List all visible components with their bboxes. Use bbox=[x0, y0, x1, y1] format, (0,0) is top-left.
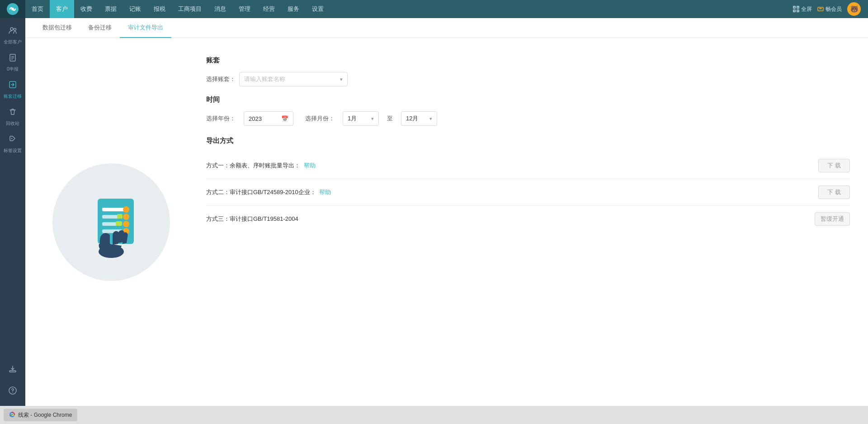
export-method-3-text: 方式三：审计接口GB/T19581-2004 bbox=[206, 215, 809, 223]
range-separator: 至 bbox=[387, 114, 393, 123]
nav-settings[interactable]: 设置 bbox=[306, 0, 330, 18]
sidebar: 全部客户 0申报 账套迁移 回收站 标签设置 bbox=[0, 18, 25, 406]
month-end-value: 12月 bbox=[406, 114, 418, 123]
logo[interactable] bbox=[0, 0, 25, 18]
export-section-title: 导出方式 bbox=[206, 137, 850, 145]
export-method-2-help[interactable]: 帮助 bbox=[319, 189, 331, 195]
nav-service[interactable]: 服务 bbox=[281, 0, 306, 18]
svg-point-1 bbox=[11, 8, 14, 10]
svg-rect-4 bbox=[793, 10, 795, 12]
fullscreen-button[interactable]: 全屏 bbox=[793, 5, 812, 13]
form-area: 账套 选择账套： 请输入账套名称 ▾ 时间 选择年份： 2023 bbox=[206, 52, 850, 392]
month-start-select[interactable]: 1月 ▾ bbox=[343, 111, 379, 126]
sidebar-item-zero-declare[interactable]: 0申报 bbox=[0, 49, 25, 76]
tab-data-migration[interactable]: 数据包迁移 bbox=[34, 18, 80, 38]
sidebar-help-btn[interactable] bbox=[0, 381, 25, 400]
nav-business[interactable]: 工商项目 bbox=[172, 0, 208, 18]
chrome-icon bbox=[9, 411, 15, 419]
export-method-1-help[interactable]: 帮助 bbox=[304, 162, 316, 169]
export-method-3: 方式三：审计接口GB/T19581-2004 暂缓开通 bbox=[206, 206, 850, 232]
time-section: 时间 选择年份： 2023 📅 选择月份： 1月 ▾ 至 bbox=[206, 95, 850, 126]
account-select[interactable]: 请输入账套名称 ▾ bbox=[239, 72, 348, 86]
export-method-1-text: 方式一：余额表、序时账批量导出： 帮助 bbox=[206, 162, 813, 170]
fullscreen-label: 全屏 bbox=[801, 5, 812, 13]
page-content: 账套 选择账套： 请输入账套名称 ▾ 时间 选择年份： 2023 bbox=[25, 38, 868, 406]
illustration-circle bbox=[52, 163, 170, 281]
nav-message[interactable]: 消息 bbox=[208, 0, 232, 18]
nav-home[interactable]: 首页 bbox=[25, 0, 50, 18]
vip-label: 畅会员 bbox=[826, 5, 842, 13]
vip-button[interactable]: 畅会员 bbox=[817, 5, 842, 13]
nav-customer[interactable]: 客户 bbox=[50, 0, 74, 18]
tag-settings-icon bbox=[8, 134, 17, 146]
export-method-2-text: 方式二：审计接口GB/T24589-2010企业： 帮助 bbox=[206, 188, 813, 196]
export-method-2: 方式二：审计接口GB/T24589-2010企业： 帮助 下 载 bbox=[206, 179, 850, 206]
svg-point-25 bbox=[123, 214, 129, 220]
account-placeholder: 请输入账套名称 bbox=[244, 75, 285, 83]
nav-manage[interactable]: 管理 bbox=[232, 0, 257, 18]
zero-declare-icon bbox=[8, 53, 17, 64]
month-end-select[interactable]: 12月 ▾ bbox=[401, 111, 437, 126]
avatar[interactable]: 🐻 bbox=[847, 2, 861, 16]
taskbar: 线索 - Google Chrome bbox=[0, 406, 868, 424]
top-nav-right: 全屏 畅会员 🐻 bbox=[793, 2, 868, 16]
svg-rect-5 bbox=[797, 10, 799, 12]
recycle-icon bbox=[8, 107, 17, 119]
sidebar-item-account-migration[interactable]: 账套迁移 bbox=[0, 76, 25, 103]
svg-rect-28 bbox=[117, 214, 123, 219]
chevron-down-icon: ▾ bbox=[340, 76, 343, 82]
sidebar-bottom bbox=[0, 359, 25, 406]
taskbar-item-label: 线索 - Google Chrome bbox=[18, 411, 72, 419]
chevron-down-icon: ▾ bbox=[371, 116, 374, 122]
svg-rect-29 bbox=[116, 221, 122, 226]
svg-point-24 bbox=[123, 206, 129, 213]
export-method-1: 方式一：余额表、序时账批量导出： 帮助 下 载 bbox=[206, 152, 850, 179]
sidebar-item-tag-settings[interactable]: 标签设置 bbox=[0, 130, 25, 157]
nav-accounting[interactable]: 记账 bbox=[123, 0, 147, 18]
tab-bar: 数据包迁移 备份迁移 审计文件导出 bbox=[25, 18, 868, 38]
account-row: 选择账套： 请输入账套名称 ▾ bbox=[206, 72, 850, 86]
chevron-down-icon: ▾ bbox=[429, 116, 432, 122]
tab-backup-migration[interactable]: 备份迁移 bbox=[80, 18, 120, 38]
illustration-area bbox=[43, 52, 179, 392]
svg-point-7 bbox=[10, 28, 13, 30]
taskbar-chrome-item[interactable]: 线索 - Google Chrome bbox=[4, 409, 77, 421]
sidebar-item-label: 全部客户 bbox=[4, 39, 22, 45]
year-label: 选择年份： bbox=[206, 114, 236, 123]
sidebar-download-btn[interactable] bbox=[0, 359, 25, 379]
content-area: 数据包迁移 备份迁移 审计文件导出 bbox=[25, 18, 868, 406]
nav-operation[interactable]: 经营 bbox=[257, 0, 281, 18]
year-value: 2023 bbox=[249, 115, 262, 122]
time-section-title: 时间 bbox=[206, 95, 850, 104]
month-start-value: 1月 bbox=[348, 114, 357, 123]
nav-items: 首页 客户 收费 票据 记账 报税 工商项目 消息 管理 经营 服务 设置 bbox=[25, 0, 793, 18]
nav-fee[interactable]: 收费 bbox=[74, 0, 99, 18]
sidebar-item-label: 0申报 bbox=[7, 66, 19, 72]
sidebar-item-label: 账套迁移 bbox=[4, 93, 22, 100]
year-input[interactable]: 2023 📅 bbox=[244, 111, 293, 126]
svg-point-18 bbox=[12, 392, 13, 393]
svg-point-8 bbox=[14, 28, 16, 30]
nav-invoice[interactable]: 票据 bbox=[99, 0, 123, 18]
sidebar-item-label: 回收站 bbox=[6, 120, 19, 127]
calendar-icon: 📅 bbox=[281, 115, 288, 122]
svg-rect-20 bbox=[102, 208, 125, 211]
svg-point-15 bbox=[11, 138, 12, 138]
account-migration-icon bbox=[8, 80, 17, 91]
export-method-2-download-btn[interactable]: 下 载 bbox=[818, 186, 850, 199]
svg-rect-2 bbox=[793, 6, 795, 8]
top-nav: 首页 客户 收费 票据 记账 报税 工商项目 消息 管理 经营 服务 设置 全屏… bbox=[0, 0, 868, 18]
tab-audit-export[interactable]: 审计文件导出 bbox=[120, 18, 171, 38]
svg-point-26 bbox=[123, 221, 129, 227]
all-customers-icon bbox=[8, 26, 17, 37]
export-section: 导出方式 方式一：余额表、序时账批量导出： 帮助 下 载 方式二：审计接口GB/… bbox=[206, 137, 850, 232]
svg-rect-3 bbox=[797, 6, 799, 8]
month-label: 选择月份： bbox=[305, 114, 335, 123]
export-method-1-download-btn[interactable]: 下 载 bbox=[818, 159, 850, 172]
sidebar-item-label: 标签设置 bbox=[4, 148, 22, 154]
sidebar-item-all-customers[interactable]: 全部客户 bbox=[0, 22, 25, 49]
main-layout: 全部客户 0申报 账套迁移 回收站 标签设置 bbox=[0, 18, 868, 406]
export-method-3-coming-soon-btn: 暂缓开通 bbox=[815, 212, 850, 226]
nav-tax[interactable]: 报税 bbox=[147, 0, 172, 18]
sidebar-item-recycle[interactable]: 回收站 bbox=[0, 103, 25, 130]
